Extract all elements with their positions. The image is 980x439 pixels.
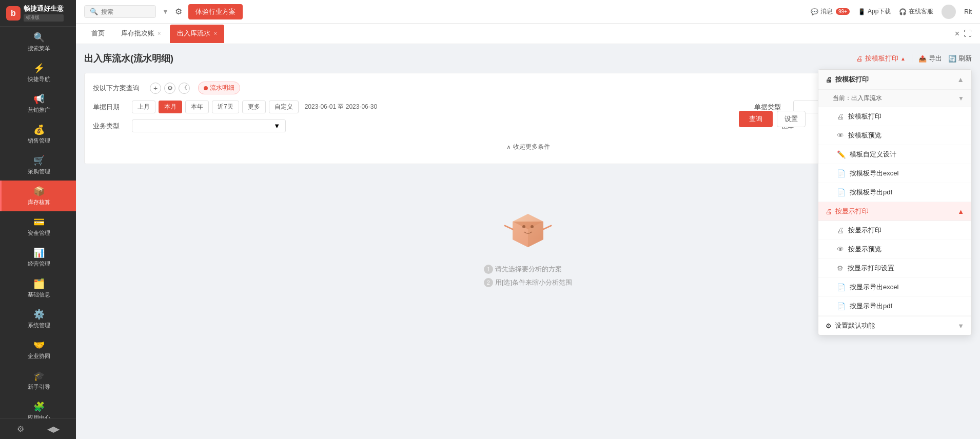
sidebar-item-marketing[interactable]: 📢 营销推广 bbox=[0, 88, 76, 119]
topbar-gear-btn[interactable]: ⚙ bbox=[175, 7, 182, 16]
settings-button[interactable]: 设置 bbox=[777, 111, 806, 127]
date-tag-last-month[interactable]: 上月 bbox=[132, 101, 155, 113]
sidebar-label-operations: 经营管理 bbox=[28, 260, 50, 268]
refresh-btn[interactable]: 🔄 刷新 bbox=[948, 54, 972, 63]
dropdown-item-template-custom[interactable]: ✏️ 模板自定义设计 bbox=[818, 145, 971, 164]
chip-label: 流水明细 bbox=[210, 84, 234, 92]
sidebar-item-system[interactable]: ⚙️ 系统管理 bbox=[0, 304, 76, 334]
print-btn[interactable]: 🖨 按模板打印 ▲ bbox=[856, 54, 906, 63]
dropdown-item-template-excel[interactable]: 📄 按模板导出excel bbox=[818, 164, 971, 183]
topbar-search-box[interactable]: 🔍 bbox=[84, 5, 156, 18]
display-pdf-icon: 📄 bbox=[837, 302, 846, 310]
filter-chip-liushuimingxi[interactable]: 流水明细 bbox=[198, 82, 240, 94]
dropdown-sub-arrow[interactable]: ▼ bbox=[958, 95, 964, 102]
dropdown-item-display-pdf[interactable]: 📄 按显示导出pdf bbox=[818, 297, 971, 316]
filter-collapse-btn[interactable]: 《 bbox=[179, 83, 190, 94]
date-tag-custom[interactable]: 自定义 bbox=[269, 101, 299, 113]
sidebar-label-marketing: 营销推广 bbox=[28, 106, 50, 114]
sidebar-item-finance[interactable]: 💳 资金管理 bbox=[0, 211, 76, 242]
tab-fullscreen-btn[interactable]: ⛶ bbox=[964, 29, 972, 38]
sidebar-item-search[interactable]: 🔍 搜索菜单 bbox=[0, 27, 76, 57]
chip-dot bbox=[204, 86, 208, 90]
sidebar: b 畅捷通好生意 标准版 🔍 搜索菜单 ⚡ 快捷导航 📢 营销推广 💰 销售管理… bbox=[0, 0, 76, 439]
tab-batch[interactable]: 库存批次账 × bbox=[114, 25, 168, 43]
biz-type-label: 业务类型 bbox=[93, 122, 124, 131]
dropdown-item-template-pdf[interactable]: 📄 按模板导出pdf bbox=[818, 183, 971, 202]
template-pdf-icon: 📄 bbox=[837, 188, 846, 196]
date-tag-this-year[interactable]: 本年 bbox=[185, 101, 209, 113]
content-area: 出入库流水(流水明细) 🖨 按模板打印 ▲ 📤 导出 🔄 刷新 bbox=[76, 44, 980, 439]
sidebar-item-nav[interactable]: ⚡ 快捷导航 bbox=[0, 57, 76, 88]
sidebar-label-purchase: 采购管理 bbox=[28, 168, 50, 175]
tab-home[interactable]: 首页 bbox=[84, 25, 112, 43]
dropdown-item-display-settings[interactable]: ⚙ 按显示打印设置 bbox=[818, 259, 971, 278]
online-service-btn[interactable]: 🎧 在线客服 bbox=[899, 7, 933, 16]
date-tag-more[interactable]: 更多 bbox=[242, 101, 266, 113]
date-tag-group: 上月 本月 本年 近7天 更多 自定义 2023-06-01 至 2023-06… bbox=[132, 101, 377, 113]
date-tag-this-month[interactable]: 本月 bbox=[159, 101, 182, 113]
sidebar-item-purchase[interactable]: 🛒 采购管理 bbox=[0, 150, 76, 181]
search-icon-topbar: 🔍 bbox=[90, 8, 98, 15]
refresh-icon: 🔄 bbox=[948, 55, 956, 63]
query-button[interactable]: 查询 bbox=[739, 111, 773, 127]
user-avatar[interactable] bbox=[942, 5, 956, 19]
sidebar-nav: 🔍 搜索菜单 ⚡ 快捷导航 📢 营销推广 💰 销售管理 🛒 采购管理 📦 库存核… bbox=[0, 27, 76, 418]
filter-add-btn[interactable]: + bbox=[150, 83, 161, 94]
display-section-icon: 🖨 bbox=[826, 208, 832, 215]
settings-bottom-btn[interactable]: ⚙ bbox=[17, 424, 24, 434]
print-dropdown: 🖨 按模板打印 ▲ 当前：出入库流水 ▼ 🖨 按模板打印 bbox=[818, 69, 972, 335]
sidebar-item-operations[interactable]: 📊 经营管理 bbox=[0, 242, 76, 273]
display-section-arrow: ▲ bbox=[957, 208, 964, 215]
sidebar-label-finance: 资金管理 bbox=[28, 229, 50, 237]
biz-type-select[interactable]: ▼ bbox=[132, 119, 286, 132]
dropdown-item-template-preview[interactable]: 👁 按模板预览 bbox=[818, 126, 971, 145]
sidebar-item-cooperation[interactable]: 🤝 企业协同 bbox=[0, 334, 76, 365]
sidebar-item-basic[interactable]: 🗂️ 基础信息 bbox=[0, 273, 76, 304]
display-pdf-label: 按显示导出pdf bbox=[850, 302, 892, 311]
tab-flow-close[interactable]: × bbox=[213, 30, 217, 36]
divider-1 bbox=[912, 54, 912, 63]
dropdown-collapse-btn[interactable]: ▲ bbox=[957, 75, 964, 84]
sidebar-item-inventory[interactable]: 📦 库存核算 bbox=[0, 181, 76, 211]
sidebar-item-sales[interactable]: 💰 销售管理 bbox=[0, 119, 76, 150]
dropdown-section-display[interactable]: 🖨 按显示打印 ▲ bbox=[818, 202, 971, 221]
filter-gear-btn[interactable]: ⚙ bbox=[164, 83, 175, 94]
hint-text-2: 用[选]条件来缩小分析范围 bbox=[495, 278, 572, 286]
tab-flow[interactable]: 出入库流水 × bbox=[170, 25, 224, 43]
collapse-sidebar-btn[interactable]: ◀▶ bbox=[47, 424, 60, 434]
topbar-dropdown-arrow[interactable]: ▼ bbox=[162, 8, 169, 15]
template-print-label: 按模板打印 bbox=[848, 112, 881, 121]
dropdown-item-display-preview[interactable]: 👁 按显示预览 bbox=[818, 240, 971, 259]
topbar-right: 💬 消息 99+ 📱 App下载 🎧 在线客服 Rit bbox=[811, 5, 972, 19]
app-download-label: App下载 bbox=[868, 7, 891, 16]
sidebar-item-apps[interactable]: 🧩 应用中心 bbox=[0, 396, 76, 418]
sidebar-label-nav: 快捷导航 bbox=[28, 75, 50, 83]
tab-batch-close[interactable]: × bbox=[158, 30, 161, 36]
print-label: 按模板打印 bbox=[865, 54, 898, 63]
dropdown-item-template-print[interactable]: 🖨 按模板打印 bbox=[818, 107, 971, 126]
page-header: 出入库流水(流水明细) 🖨 按模板打印 ▲ 📤 导出 🔄 刷新 bbox=[84, 52, 972, 65]
sidebar-label-apps: 应用中心 bbox=[28, 414, 50, 418]
empty-illustration bbox=[502, 201, 554, 252]
dropdown-item-display-excel[interactable]: 📄 按显示导出excel bbox=[818, 278, 971, 297]
search-input[interactable] bbox=[101, 8, 147, 15]
dropdown-footer[interactable]: ⚙ 设置默认功能 ▼ bbox=[818, 316, 971, 335]
system-icon: ⚙️ bbox=[33, 309, 45, 320]
industry-btn[interactable]: 体验行业方案 bbox=[188, 4, 243, 19]
sidebar-item-guide[interactable]: 🎓 新手引导 bbox=[0, 365, 76, 396]
topbar: 🔍 ▼ ⚙ 体验行业方案 💬 消息 99+ 📱 App下载 🎧 在线客服 Rit bbox=[76, 0, 980, 24]
page-actions: 🖨 按模板打印 ▲ 📤 导出 🔄 刷新 🖨 bbox=[856, 54, 972, 63]
template-excel-label: 按模板导出excel bbox=[850, 169, 898, 178]
date-tag-7days[interactable]: 近7天 bbox=[212, 101, 239, 113]
dropdown-item-display-print[interactable]: 🖨 按显示打印 bbox=[818, 221, 971, 240]
logo-icon: b bbox=[6, 6, 21, 21]
svg-line-6 bbox=[505, 226, 513, 229]
export-btn[interactable]: 📤 导出 bbox=[918, 54, 942, 63]
message-btn[interactable]: 💬 消息 99+ bbox=[811, 7, 850, 16]
tab-close-all-btn[interactable]: × bbox=[955, 29, 959, 38]
app-download-btn[interactable]: 📱 App下载 bbox=[858, 7, 891, 16]
date-label: 单据日期 bbox=[93, 103, 124, 112]
date-range-display: 2023-06-01 至 2023-06-30 bbox=[305, 103, 377, 111]
display-settings-label: 按显示打印设置 bbox=[848, 264, 894, 273]
current-template-label: 当前：出入库流水 bbox=[833, 94, 882, 103]
